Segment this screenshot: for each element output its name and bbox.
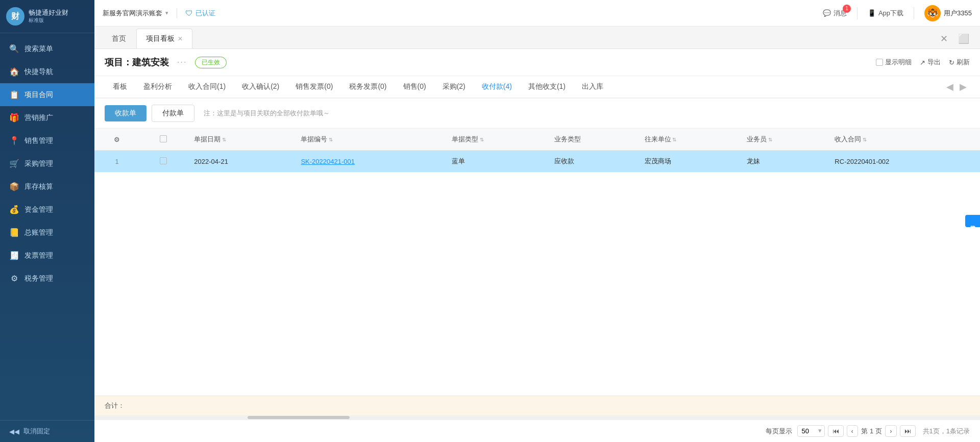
- sales-icon: 📍: [9, 136, 19, 145]
- table-row[interactable]: 1 2022-04-21 SK-20220421-001 蓝单 应收款 宏茂商场…: [94, 151, 980, 173]
- subtab-sales-invoice[interactable]: 销售发票(0): [287, 76, 341, 99]
- app-download-button[interactable]: 📱 App下载: [868, 9, 903, 18]
- col-number[interactable]: 单据编号: [293, 129, 444, 151]
- col-check[interactable]: [139, 129, 187, 151]
- certified-badge: 🛡 已认证: [185, 9, 215, 18]
- tab-home-label: 首页: [112, 34, 126, 43]
- sidebar-label-invoice: 发票管理: [24, 251, 53, 260]
- page-first-button[interactable]: ⏮: [828, 425, 844, 437]
- subtab-tax-invoice[interactable]: 税务发票(0): [341, 76, 395, 99]
- refresh-icon: ↻: [949, 59, 954, 66]
- page-total: 共1页，1条记录: [923, 427, 970, 436]
- subtab-warehouse[interactable]: 出入库: [574, 76, 611, 99]
- tab-maximize-button[interactable]: ⬜: [955, 32, 972, 45]
- row-check-0[interactable]: [139, 151, 187, 173]
- receipt-bill-button[interactable]: 收款单: [105, 105, 146, 121]
- sidebar-item-purchase[interactable]: 🛒采购管理: [0, 152, 94, 175]
- subtab-sales[interactable]: 销售(0): [395, 76, 434, 99]
- tax-icon: ⚙: [9, 274, 19, 283]
- project-more-button[interactable]: ···: [177, 58, 187, 67]
- topbar-divider1: [177, 8, 177, 18]
- toolbar-note: 注：这里是与项目关联的全部收付款单哦～: [204, 109, 330, 118]
- tab-project-board[interactable]: 项目看板 ✕: [136, 29, 192, 48]
- tab-home[interactable]: 首页: [103, 29, 135, 48]
- sidebar-unpin[interactable]: ◀◀ 取消固定: [0, 420, 94, 442]
- subtab-prev-icon[interactable]: ◀: [943, 81, 957, 92]
- payment-bill-button[interactable]: 付款单: [152, 105, 194, 122]
- invoice-icon: 🧾: [9, 251, 19, 260]
- page-prev-button[interactable]: ‹: [847, 425, 858, 437]
- subtab-purchase[interactable]: 采购(2): [434, 76, 474, 99]
- sidebar-item-funds[interactable]: 💰资金管理: [0, 198, 94, 221]
- col-income-contract[interactable]: 收入合同: [827, 129, 980, 151]
- tab-project-board-label: 项目看板: [146, 34, 175, 43]
- col-date[interactable]: 单据日期: [187, 129, 293, 151]
- sidebar-label-marketing: 营销推广: [24, 113, 53, 122]
- col-gear[interactable]: ⚙: [94, 129, 139, 151]
- col-type[interactable]: 单据类型: [445, 129, 547, 151]
- sidebar-label-contract: 项目合同: [24, 90, 53, 100]
- show-detail-button[interactable]: 显示明细: [876, 58, 912, 67]
- topbar-right: 💬 消息 1 📱 App下载 🐯 用户3355: [823, 5, 972, 21]
- export-button[interactable]: ↗ 导出: [920, 58, 941, 67]
- sidebar-item-search[interactable]: 🔍搜索菜单: [0, 37, 94, 60]
- page-next-button[interactable]: ›: [885, 425, 896, 437]
- row-number-0[interactable]: SK-20220421-001: [293, 151, 444, 173]
- subtab-nav: ◀ ▶: [943, 81, 970, 92]
- subtab-profit[interactable]: 盈利分析: [135, 76, 180, 99]
- col-biz-type: 业务类型: [547, 129, 638, 151]
- sidebar-item-sales[interactable]: 📍销售管理: [0, 129, 94, 152]
- inventory-icon: 📦: [9, 182, 19, 191]
- scrollbar-thumb[interactable]: [248, 416, 350, 419]
- sidebar-item-invoice[interactable]: 🧾发票管理: [0, 244, 94, 267]
- subtab-receipt[interactable]: 收付款(4): [474, 76, 520, 99]
- sidebar-label-inventory: 库存核算: [24, 182, 53, 191]
- sidebar-item-contract[interactable]: 📋项目合同: [0, 83, 94, 106]
- ledger-icon: 📒: [9, 228, 19, 237]
- subtabs: 看板 盈利分析 收入合同(1) 收入确认(2) 销售发票(0) 税务发票(0) …: [94, 76, 980, 99]
- user-avatar: 🐯: [924, 5, 941, 21]
- sidebar-label-sales: 销售管理: [24, 136, 53, 145]
- col-partner[interactable]: 往来单位: [638, 129, 740, 151]
- sidebar-item-quicknav[interactable]: 🏠快捷导航: [0, 60, 94, 83]
- page-label: 第: [861, 427, 868, 436]
- row-biz-type-0: 应收款: [547, 151, 638, 173]
- subtab-next-icon[interactable]: ▶: [957, 81, 970, 92]
- subtab-other-expense[interactable]: 其他收支(1): [520, 76, 574, 99]
- feedback-button[interactable]: 意见反馈: [965, 215, 980, 227]
- sidebar-item-ledger[interactable]: 📒总账管理: [0, 221, 94, 244]
- show-detail-checkbox[interactable]: [876, 59, 883, 66]
- sidebar-label-ledger: 总账管理: [24, 228, 53, 237]
- tab-close-button[interactable]: ✕: [938, 32, 950, 45]
- project-status-badge: 已生效: [195, 57, 227, 68]
- user-menu[interactable]: 🐯 用户3355: [924, 5, 972, 21]
- sidebar-item-marketing[interactable]: 🎁营销推广: [0, 106, 94, 129]
- select-all-checkbox[interactable]: [160, 135, 167, 142]
- subtab-board[interactable]: 看板: [105, 76, 135, 99]
- current-page: 1: [870, 427, 873, 435]
- horizontal-scrollbar[interactable]: [94, 415, 980, 420]
- per-page-wrapper: 50 100 200: [797, 425, 825, 437]
- per-page-label: 每页显示: [766, 427, 792, 436]
- tabbar-controls: ✕ ⬜: [938, 32, 972, 48]
- sidebar-item-tax[interactable]: ⚙税务管理: [0, 267, 94, 290]
- page-suffix: 页: [875, 427, 882, 436]
- funds-icon: 💰: [9, 205, 19, 214]
- user-label: 用户3355: [944, 9, 972, 18]
- per-page-select[interactable]: 50 100 200: [797, 425, 825, 437]
- refresh-button[interactable]: ↻ 刷新: [949, 58, 970, 67]
- page-last-button[interactable]: ⏭: [900, 425, 916, 437]
- subtab-income-contract[interactable]: 收入合同(1): [180, 76, 234, 99]
- account-selector[interactable]: 新服务官网演示账套 ▾: [103, 9, 168, 18]
- tab-project-board-close[interactable]: ✕: [178, 35, 183, 42]
- sidebar-item-inventory[interactable]: 📦库存核算: [0, 175, 94, 198]
- row-index-0: 1: [94, 151, 139, 173]
- sidebar-label-funds: 资金管理: [24, 205, 53, 214]
- marketing-icon: 🎁: [9, 113, 19, 122]
- message-button[interactable]: 💬 消息 1: [823, 9, 847, 18]
- col-salesperson[interactable]: 业务员: [740, 129, 827, 151]
- summary-label: 合计：: [105, 401, 125, 410]
- subtab-income-confirm[interactable]: 收入确认(2): [234, 76, 287, 99]
- phone-icon: 📱: [868, 9, 876, 17]
- tabbar: 首页 项目看板 ✕ ✕ ⬜: [94, 27, 980, 49]
